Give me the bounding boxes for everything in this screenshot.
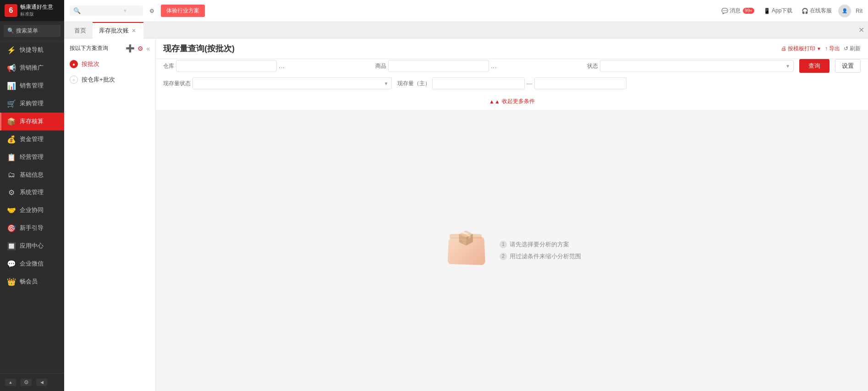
sidebar-item-system[interactable]: ⚙ 系统管理 — [0, 184, 64, 201]
quantity-from-input[interactable] — [432, 77, 524, 89]
settings-topbar-button[interactable]: ⚙ — [147, 6, 157, 16]
sidebar-item-apps[interactable]: 🔲 应用中心 — [0, 237, 64, 255]
export-icon: ↑ — [825, 45, 828, 52]
settings-button[interactable]: 设置 — [835, 59, 861, 73]
sidebar-scroll-down-button[interactable]: ◀ — [36, 379, 47, 386]
tab-inventory-batch[interactable]: 库存批次账 ✕ — [93, 22, 143, 38]
left-panel: 按以下方案查询 ➕ ⚙ « ● 按批次 ○ 按仓库+批次 — [64, 38, 156, 391]
operations-icon: 📋 — [7, 153, 16, 162]
filter-status: 状态 正常 停用 ▼ — [587, 60, 794, 72]
export-button[interactable]: ↑ 导出 — [825, 45, 840, 53]
schema-active-icon: ● — [70, 60, 78, 68]
add-schema-button[interactable]: ➕ — [126, 44, 135, 53]
app-info: 畅康通好生意 标准版 — [20, 4, 53, 17]
quantity-to-input[interactable] — [534, 77, 626, 89]
schema-inactive-icon: ○ — [70, 76, 78, 84]
sidebar-scroll-up-button[interactable]: ▲ — [5, 379, 16, 386]
sidebar-header: 6 畅康通好生意 标准版 — [0, 0, 64, 21]
enterprise-icon: 🤝 — [7, 206, 16, 215]
tab-close-button[interactable]: ✕ — [131, 27, 137, 34]
sidebar-item-inventory[interactable]: 📦 库存核算 — [0, 113, 64, 130]
topbar-search-area[interactable]: 🔍 ▼ — [70, 5, 143, 16]
sidebar-footer: ▲ ⚙ ◀ — [0, 373, 64, 391]
left-panel-actions: ➕ ⚙ « — [126, 44, 150, 53]
refresh-button[interactable]: ↺ 刷新 — [844, 45, 861, 53]
dropdown-icon: ▼ — [123, 8, 127, 13]
sidebar-item-wechat[interactable]: 💬 企业微信 — [0, 255, 64, 273]
status-select[interactable]: 正常 停用 — [600, 60, 794, 72]
collapse-panel-button[interactable]: « — [146, 44, 150, 53]
app-download-button[interactable]: 📱 App下载 — [761, 5, 795, 16]
empty-illustration: 📦 — [443, 228, 489, 273]
sidebar-item-finance[interactable]: 💰 资金管理 — [0, 130, 64, 148]
product-label: 商品 — [375, 62, 386, 70]
guide-icon: 🎯 — [7, 224, 16, 233]
sidebar-item-marketing[interactable]: 📢 营销推广 — [0, 59, 64, 77]
collapse-button[interactable]: ▲▲ 收起更多条件 — [486, 95, 538, 108]
filter-row-1: 仓库 ... 商品 ... 状态 — [163, 59, 861, 73]
page-title-bar: 现存量查询(按批次) 🖨 按模板打印 ▼ ↑ 导出 ↺ 刷新 — [156, 38, 868, 59]
sidebar-navigation: ⚡ 快捷导航 📢 营销推广 📊 销售管理 🛒 采购管理 📦 库存核算 💰 资金管… — [0, 41, 64, 373]
marketing-icon: 📢 — [7, 64, 16, 72]
inventory-status-select-wrapper[interactable]: ▼ — [192, 77, 392, 89]
experience-button[interactable]: 体验行业方案 — [161, 5, 205, 17]
app-version: 标准版 — [20, 11, 53, 17]
sidebar-item-operations[interactable]: 📋 经营管理 — [0, 148, 64, 166]
sidebar: 6 畅康通好生意 标准版 🔍 搜索菜单 ⚡ 快捷导航 📢 营销推广 📊 销售管理… — [0, 0, 64, 391]
settings-footer-button[interactable]: ⚙ — [21, 379, 32, 386]
tabs-bar: 首页 库存批次账 ✕ ✕ — [64, 22, 868, 38]
apps-icon: 🔲 — [7, 242, 16, 250]
system-icon: ⚙ — [7, 188, 16, 197]
sidebar-item-quick-nav[interactable]: ⚡ 快捷导航 — [0, 41, 64, 59]
empty-tip-1: 1 请先选择要分析的方案 — [500, 239, 581, 250]
app-logo: 6 — [5, 4, 17, 17]
sidebar-item-enterprise[interactable]: 🤝 企业协同 — [0, 201, 64, 219]
inventory-status-select[interactable] — [192, 77, 392, 89]
print-button[interactable]: 🖨 按模板打印 ▼ — [781, 45, 821, 53]
status-label: 状态 — [587, 62, 598, 70]
filter-quantity: 现存量（主） — — [397, 77, 626, 89]
product-dots-button[interactable]: ... — [491, 62, 497, 70]
filter-product: 商品 ... — [375, 60, 582, 72]
search-menu-button[interactable]: 🔍 搜索菜单 — [4, 25, 60, 37]
sidebar-search-area[interactable]: 🔍 搜索菜单 — [0, 21, 64, 41]
sidebar-item-basic[interactable]: 🗂 基础信息 — [0, 166, 64, 184]
query-button[interactable]: 查询 — [799, 59, 830, 73]
product-input[interactable] — [388, 60, 489, 72]
sidebar-item-guide[interactable]: 🎯 新手引导 — [0, 219, 64, 237]
sidebar-item-sales[interactable]: 📊 销售管理 — [0, 77, 64, 95]
topbar-search-input[interactable] — [83, 8, 120, 14]
member-icon: 👑 — [7, 277, 16, 286]
left-panel-header: 按以下方案查询 ➕ ⚙ « — [64, 44, 155, 56]
quantity-separator: — — [527, 80, 533, 87]
tab-home[interactable]: 首页 — [68, 22, 93, 38]
wechat-icon: 💬 — [7, 260, 16, 268]
warehouse-dots-button[interactable]: ... — [279, 62, 285, 70]
collapse-up-icon: ▲▲ — [489, 98, 500, 105]
download-icon: 📱 — [764, 8, 770, 14]
service-icon: 🎧 — [802, 8, 808, 14]
search-topbar-icon: 🔍 — [73, 7, 81, 14]
basic-icon: 🗂 — [7, 171, 16, 179]
schema-item-by-warehouse-batch[interactable]: ○ 按仓库+批次 — [64, 72, 155, 87]
user-name: Rit — [856, 8, 863, 14]
finance-icon: 💰 — [7, 135, 16, 144]
user-icon: 👤 — [842, 8, 847, 13]
filter-warehouse: 仓库 ... — [163, 60, 370, 72]
query-settings-area: 查询 设置 — [799, 59, 861, 73]
right-content: 现存量查询(按批次) 🖨 按模板打印 ▼ ↑ 导出 ↺ 刷新 — [156, 38, 868, 391]
settings-schema-button[interactable]: ⚙ — [137, 44, 143, 53]
sidebar-item-purchase[interactable]: 🛒 采购管理 — [0, 95, 64, 113]
tabs-close-right-button[interactable]: ✕ — [858, 26, 864, 34]
quick-nav-icon: ⚡ — [7, 46, 16, 54]
warehouse-label: 仓库 — [163, 62, 174, 70]
message-icon: 💬 — [721, 8, 728, 14]
sidebar-item-member[interactable]: 👑 畅会员 — [0, 273, 64, 291]
warehouse-input[interactable] — [176, 60, 277, 72]
avatar[interactable]: 👤 — [838, 5, 851, 17]
messages-button[interactable]: 💬 消息 99+ — [719, 5, 757, 16]
schema-item-by-batch[interactable]: ● 按批次 — [64, 56, 155, 72]
online-service-button[interactable]: 🎧 在线客服 — [799, 5, 835, 16]
status-select-wrapper[interactable]: 正常 停用 ▼ — [600, 60, 794, 72]
main-content: 🔍 ▼ ⚙ 体验行业方案 💬 消息 99+ 📱 App下载 🎧 在线客服 👤 R… — [64, 0, 868, 391]
